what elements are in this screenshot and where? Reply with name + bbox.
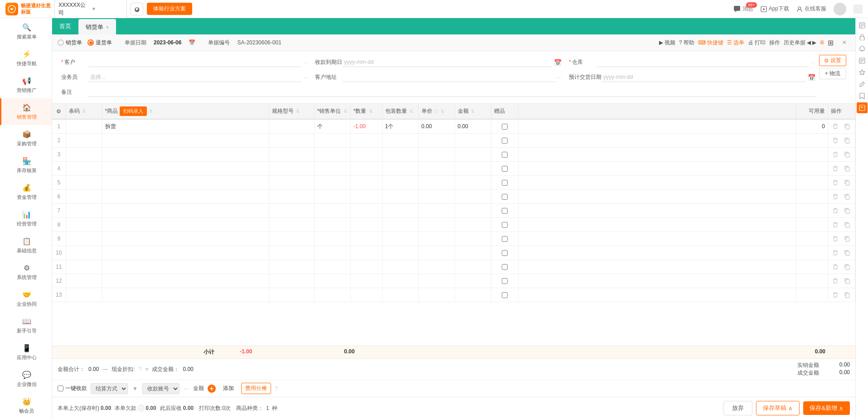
row-qty[interactable] xyxy=(350,134,382,148)
row-qty[interactable] xyxy=(350,190,382,204)
row-qty[interactable]: -1.00 xyxy=(350,119,382,134)
copy-row-button[interactable] xyxy=(843,248,852,257)
copy-row-button[interactable] xyxy=(843,150,852,159)
row-amount[interactable] xyxy=(455,218,491,232)
row-spec[interactable] xyxy=(269,148,314,162)
row-price[interactable] xyxy=(418,232,455,246)
copy-row-button[interactable] xyxy=(843,262,852,271)
history-arrow-right[interactable]: ▶ xyxy=(812,39,816,46)
copy-row-button[interactable] xyxy=(843,276,852,285)
tab-home[interactable]: 首页 xyxy=(52,18,78,34)
copy-row-button[interactable] xyxy=(843,290,852,299)
delete-row-button[interactable] xyxy=(831,248,840,257)
row-gift[interactable] xyxy=(491,288,518,302)
row-barcode[interactable] xyxy=(66,119,102,134)
gift-checkbox[interactable] xyxy=(502,278,508,284)
row-unit[interactable] xyxy=(314,162,350,176)
delete-row-button[interactable] xyxy=(831,234,840,243)
row-unit[interactable] xyxy=(314,218,350,232)
row-barcode[interactable] xyxy=(66,162,102,176)
row-unit[interactable] xyxy=(314,246,350,260)
row-product[interactable] xyxy=(102,218,269,232)
one-click-pay-checkbox[interactable]: 一键收款 xyxy=(58,385,87,392)
row-gift[interactable] xyxy=(491,274,518,288)
message-button[interactable]: 消息 99+ xyxy=(733,5,753,13)
select-order-button[interactable]: ☰ 选单 xyxy=(727,39,744,47)
row-unit[interactable] xyxy=(314,288,350,302)
row-spec[interactable] xyxy=(269,274,314,288)
row-qty[interactable] xyxy=(350,162,382,176)
salesman-dots[interactable]: ··· xyxy=(303,74,308,81)
save-new-chevron[interactable]: ∧ xyxy=(839,405,844,412)
tab-sale-order[interactable]: 销货单 × xyxy=(78,19,116,35)
row-gift[interactable] xyxy=(491,162,518,176)
row-spec[interactable] xyxy=(269,246,314,260)
row-amount[interactable] xyxy=(455,162,491,176)
deduct-info-icon[interactable]: i xyxy=(138,405,144,411)
row-unit[interactable] xyxy=(314,274,350,288)
row-price[interactable] xyxy=(418,260,455,274)
delete-row-button[interactable] xyxy=(831,136,840,145)
row-barcode[interactable] xyxy=(66,260,102,274)
row-unit[interactable] xyxy=(314,190,350,204)
avatar[interactable] xyxy=(834,3,846,15)
sidebar-item-quicknav[interactable]: ⚡ 快捷导航 xyxy=(0,45,52,72)
row-price[interactable] xyxy=(418,148,455,162)
row-product[interactable] xyxy=(102,274,269,288)
sidebar-item-sales[interactable]: 🏠 销售管理 xyxy=(0,98,52,125)
row-spec[interactable] xyxy=(269,176,314,190)
row-unit[interactable]: 个 xyxy=(314,119,350,134)
gift-checkbox[interactable] xyxy=(502,138,508,144)
row-amount[interactable] xyxy=(455,204,491,218)
row-qty[interactable] xyxy=(350,232,382,246)
row-qty[interactable] xyxy=(350,274,382,288)
history-button[interactable]: 历史单据 ◀ ▶ xyxy=(784,39,816,47)
row-gift[interactable] xyxy=(491,232,518,246)
row-pkgqty[interactable] xyxy=(382,260,418,274)
calc-method-select[interactable]: 结算方式 xyxy=(91,383,128,394)
row-gift[interactable] xyxy=(491,218,518,232)
row-unit[interactable] xyxy=(314,134,350,148)
right-tool-star[interactable] xyxy=(857,67,868,78)
row-pkgqty[interactable] xyxy=(382,190,418,204)
row-gift[interactable] xyxy=(491,176,518,190)
row-pkgqty[interactable] xyxy=(382,204,418,218)
row-pkgqty[interactable] xyxy=(382,148,418,162)
row-price[interactable] xyxy=(418,218,455,232)
row-barcode[interactable] xyxy=(66,204,102,218)
row-product[interactable] xyxy=(102,190,269,204)
delete-row-button[interactable] xyxy=(831,122,840,131)
sidebar-item-search[interactable]: 🔍 搜索菜单 xyxy=(0,18,52,45)
sale-order-radio[interactable]: 销货单 xyxy=(58,39,82,47)
right-tool-bell[interactable] xyxy=(857,43,868,54)
sidebar-item-operations[interactable]: 📊 经营管理 xyxy=(0,205,52,232)
row-barcode[interactable] xyxy=(66,134,102,148)
row-product[interactable] xyxy=(102,148,269,162)
customer-dots[interactable]: ··· xyxy=(303,59,308,66)
copy-row-button[interactable] xyxy=(843,192,852,201)
row-spec[interactable] xyxy=(269,162,314,176)
row-amount[interactable] xyxy=(455,134,491,148)
row-pkgqty[interactable] xyxy=(382,288,418,302)
sidebar-item-marketing[interactable]: 📢 营销推广 xyxy=(0,72,52,98)
row-unit[interactable] xyxy=(314,232,350,246)
shortcut-button[interactable]: ⌨ 快捷键 xyxy=(698,39,723,47)
due-date-input[interactable] xyxy=(342,58,552,67)
sidebar-item-inventory[interactable]: 🏪 库存核算 xyxy=(0,152,52,178)
row-amount[interactable] xyxy=(455,260,491,274)
fenyong-help-icon[interactable]: ? xyxy=(275,385,278,392)
copy-row-button[interactable] xyxy=(843,164,852,173)
account-select[interactable]: 收款账号 xyxy=(142,383,179,394)
row-gift[interactable] xyxy=(491,148,518,162)
right-tool-edit[interactable] xyxy=(857,79,868,90)
company-selector[interactable]: XXXXXX公司 ▼ xyxy=(54,0,127,19)
calendar-icon-due[interactable]: 📅 xyxy=(554,59,562,66)
price-info-icon[interactable]: ⓘ xyxy=(434,109,438,114)
row-spec[interactable] xyxy=(269,232,314,246)
row-amount[interactable] xyxy=(455,232,491,246)
row-barcode[interactable] xyxy=(66,246,102,260)
sidebar-item-basics[interactable]: 📋 基础信息 xyxy=(0,232,52,259)
copy-row-button[interactable] xyxy=(843,178,852,187)
expected-date-input[interactable] xyxy=(601,72,806,82)
copy-row-button[interactable] xyxy=(843,206,852,215)
